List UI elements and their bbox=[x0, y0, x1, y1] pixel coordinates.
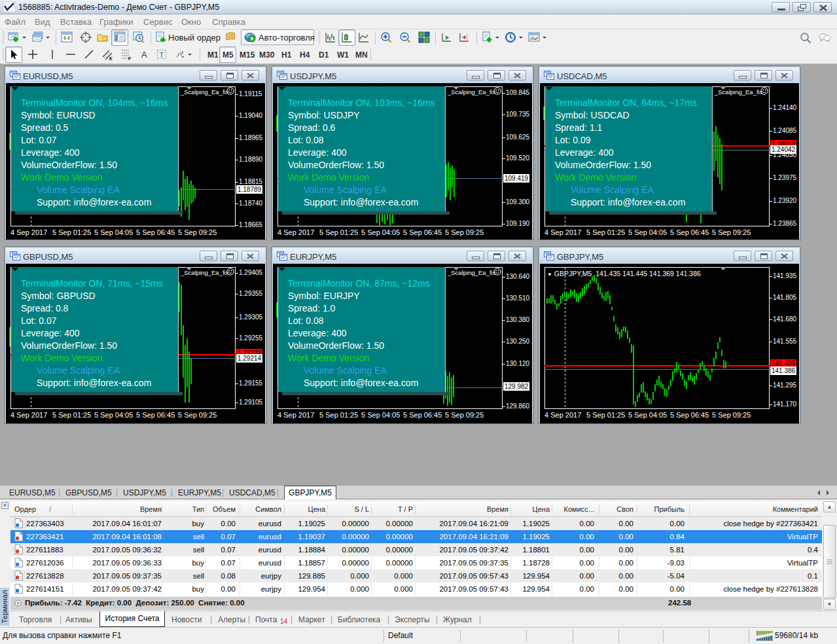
svg-text:F: F bbox=[128, 56, 132, 61]
svg-text:A: A bbox=[141, 50, 147, 60]
svg-text:T: T bbox=[160, 51, 164, 59]
svg-text:E: E bbox=[109, 56, 113, 61]
